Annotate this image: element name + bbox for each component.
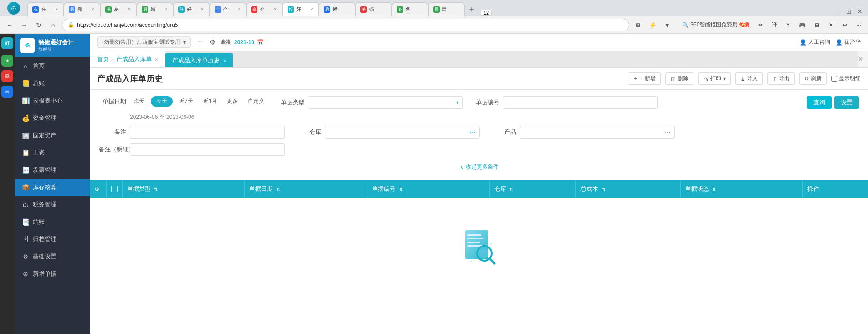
app-icon-chanjet[interactable]: 好 bbox=[1, 37, 13, 49]
tab-close-t6[interactable]: × bbox=[236, 6, 241, 13]
tab-t11[interactable]: 各 各 bbox=[392, 2, 428, 16]
tab-t3[interactable]: 易 易 × bbox=[100, 2, 137, 16]
sidebar-item-inventory[interactable]: 📦 库存核算 bbox=[15, 179, 90, 196]
sidebar-item-report-center[interactable]: 📊 云报表中心 bbox=[15, 92, 90, 109]
query-button[interactable]: 查询 bbox=[807, 96, 832, 109]
address-chevron[interactable]: ▾ bbox=[661, 19, 673, 31]
warehouse-filter-select[interactable]: ··· bbox=[325, 126, 480, 139]
select-all-checkbox[interactable] bbox=[111, 186, 118, 192]
settings-tool[interactable]: ⋯ bbox=[853, 21, 864, 30]
app-icon-mail[interactable]: ✉ bbox=[1, 86, 13, 98]
tab-close-t4[interactable]: × bbox=[164, 6, 168, 13]
tab-close-t8[interactable]: × bbox=[309, 6, 314, 13]
game-tool[interactable]: 🎮 bbox=[796, 21, 808, 30]
voucher-filter-input[interactable] bbox=[503, 96, 658, 109]
sidebar-item-new-bill[interactable]: ⊕ 新增单据 bbox=[15, 265, 90, 283]
remark-filter-input[interactable] bbox=[130, 126, 285, 139]
yuan-tool[interactable]: ¥ bbox=[784, 21, 792, 30]
breadcrumb-home[interactable]: 首页 bbox=[97, 55, 109, 63]
th-type[interactable]: 单据类型 ⇅ bbox=[122, 180, 245, 198]
window-maximize[interactable]: ⊡ bbox=[844, 7, 853, 16]
sidebar-item-archive[interactable]: 🗄 归档管理 bbox=[15, 231, 90, 248]
add-record-button[interactable]: ＋ + 新增 bbox=[628, 72, 661, 85]
sidebar-item-payroll[interactable]: 📋 工资 bbox=[15, 144, 90, 161]
date-btn-custom[interactable]: 自定义 bbox=[244, 96, 268, 107]
tab-t1[interactable]: 在 在 × bbox=[27, 2, 64, 16]
lightning-icon[interactable]: ⚡ bbox=[647, 19, 658, 31]
sidebar-item-fund[interactable]: 💰 资金管理 bbox=[15, 109, 90, 127]
sidebar-item-basic-settings[interactable]: ⚙ 基础设置 bbox=[15, 248, 90, 265]
grid-tool[interactable]: ⊞ bbox=[812, 21, 822, 30]
tab-add-button[interactable]: ＋ bbox=[465, 2, 478, 16]
scissors-tool[interactable]: ✂ bbox=[755, 21, 765, 30]
th-gear[interactable]: ⚙ bbox=[90, 180, 106, 198]
window-minimize[interactable]: — bbox=[833, 7, 842, 16]
tab-t12[interactable]: 目 目 bbox=[428, 2, 465, 16]
tab-close-t5[interactable]: × bbox=[200, 6, 205, 13]
tab-t6[interactable]: 个 个 × bbox=[210, 2, 246, 16]
tab-close-t3[interactable]: × bbox=[127, 6, 132, 13]
refresh-button[interactable]: ↻ bbox=[33, 19, 45, 31]
show-cols-checkbox[interactable]: 显示明细 bbox=[831, 75, 861, 82]
tab-t8[interactable]: 好 好 × bbox=[282, 2, 319, 16]
tab-close-t1[interactable]: × bbox=[54, 6, 59, 13]
th-warehouse[interactable]: 仓库 ⇅ bbox=[489, 180, 576, 198]
sidebar-item-home[interactable]: ⌂ 首页 bbox=[15, 57, 90, 75]
tab-t7[interactable]: 企 企 × bbox=[246, 2, 282, 16]
tab-close-t2[interactable]: × bbox=[91, 6, 95, 13]
th-check[interactable] bbox=[106, 180, 122, 198]
search-toolbar[interactable]: 🔍 360智能抠图免费用 热搜 bbox=[679, 20, 752, 30]
tab-t10[interactable]: 畅 畅 bbox=[355, 2, 392, 16]
sidebar-item-tax[interactable]: 🗂 税务管理 bbox=[15, 196, 90, 213]
undo-tool[interactable]: ↩ bbox=[840, 21, 850, 30]
date-btn-1month[interactable]: 近1月 bbox=[200, 96, 221, 107]
page-tab-history[interactable]: 产成品入库单历史 × bbox=[165, 53, 233, 67]
theme-tool[interactable]: ☀ bbox=[826, 21, 836, 30]
date-btn-7days[interactable]: 近7天 bbox=[175, 96, 197, 107]
date-btn-today[interactable]: 今天 bbox=[151, 96, 173, 107]
show-cols-input[interactable] bbox=[831, 76, 837, 82]
app-icon-weibo[interactable]: 微 bbox=[1, 70, 13, 82]
user-avatar[interactable]: 👤 徐泽华 bbox=[836, 38, 861, 46]
print-button[interactable]: 🖨 打印 ▾ bbox=[698, 72, 731, 85]
delete-button[interactable]: 🗑 删除 bbox=[665, 72, 693, 85]
tab-t2[interactable]: 新 新 × bbox=[64, 2, 100, 16]
collapse-button[interactable]: ∧ 收起更多条件 bbox=[99, 160, 859, 174]
home-button[interactable]: ⌂ bbox=[47, 19, 59, 31]
sidebar-item-invoice[interactable]: 🧾 发票管理 bbox=[15, 161, 90, 179]
window-close[interactable]: ✕ bbox=[855, 7, 864, 16]
app-icon-green[interactable]: ★ bbox=[1, 55, 13, 67]
product-filter-select[interactable]: ··· bbox=[520, 126, 675, 139]
translate-tool[interactable]: 译 bbox=[769, 20, 780, 30]
tab-close-t7[interactable]: × bbox=[273, 6, 277, 13]
sidebar-item-fixed-assets[interactable]: 🏢 固定资产 bbox=[15, 127, 90, 144]
export-button[interactable]: ⤒ 导出 bbox=[767, 72, 795, 85]
date-btn-more[interactable]: 更多 bbox=[223, 96, 241, 107]
extensions-icon[interactable]: ⊞ bbox=[632, 19, 644, 31]
date-btn-yesterday[interactable]: 昨天 bbox=[130, 96, 148, 107]
tab-t9[interactable]: 腾 腾 bbox=[319, 2, 355, 16]
sidebar-item-settlement[interactable]: 📑 结账 bbox=[15, 213, 90, 231]
breadcrumb-list[interactable]: 产成品入库单 bbox=[116, 55, 152, 63]
filter-settings-button[interactable]: 设置 bbox=[834, 96, 859, 109]
import-button[interactable]: ⤓ 导入 bbox=[735, 72, 763, 85]
url-bar[interactable]: 🔒 https://cloud.chanjet.com/accounting/u… bbox=[62, 19, 629, 31]
page-tab-close-history[interactable]: × bbox=[223, 58, 226, 63]
th-date[interactable]: 单据日期 ⇅ bbox=[245, 180, 367, 198]
add-button-header[interactable]: ＋ bbox=[196, 37, 204, 47]
panel-close-icon[interactable]: × bbox=[858, 55, 868, 63]
refresh-button[interactable]: ↻ 刷新 bbox=[799, 72, 827, 85]
ai-consultant[interactable]: 👤 人工咨询 bbox=[800, 38, 830, 46]
tab-t4[interactable]: 易 易 × bbox=[137, 2, 173, 16]
type-filter-select[interactable]: ▾ bbox=[308, 96, 463, 109]
forward-button[interactable]: → bbox=[18, 19, 30, 31]
sidebar-item-general-ledger[interactable]: 📒 总账 bbox=[15, 75, 90, 92]
settings-button-header[interactable]: ⚙ bbox=[209, 38, 215, 46]
th-cost[interactable]: 总成本 ⇅ bbox=[576, 180, 680, 198]
remark-detail-input[interactable] bbox=[130, 143, 285, 156]
th-status[interactable]: 单据状态 ⇅ bbox=[680, 180, 803, 198]
tab-t5[interactable]: 好 好 × bbox=[173, 2, 210, 16]
company-selector[interactable]: (勿删勿禁用）江西服宝测试专用 ▾ bbox=[97, 36, 191, 48]
th-number[interactable]: 单据编号 ⇅ bbox=[367, 180, 489, 198]
calendar-icon[interactable]: 📅 bbox=[257, 39, 264, 46]
